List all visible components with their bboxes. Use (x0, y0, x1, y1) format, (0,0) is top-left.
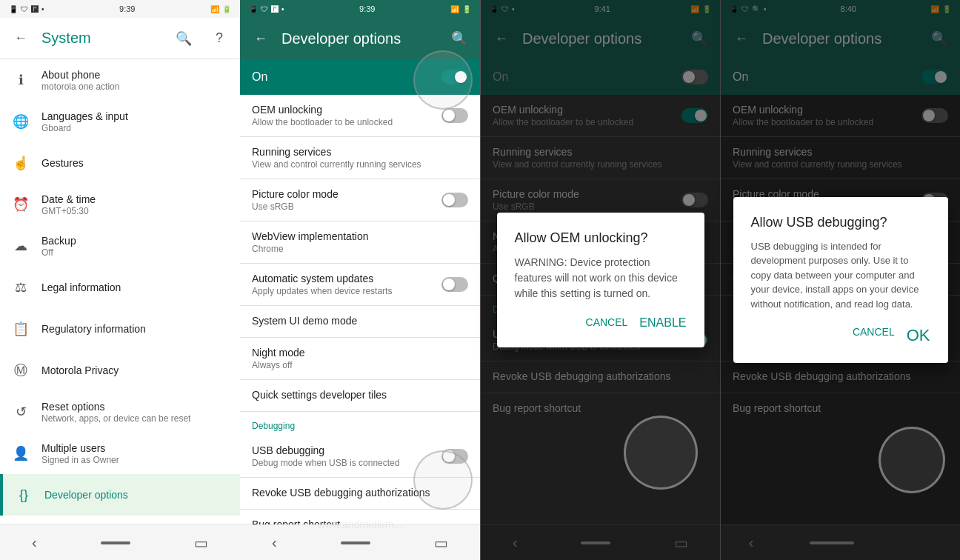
sidebar-item-users[interactable]: 👤 Multiple users Signed in as Owner (0, 433, 240, 474)
home-nav-2[interactable] (341, 541, 370, 544)
oem-dialog-actions: Cancel Enable (515, 316, 687, 330)
back-nav-2[interactable]: ‹ (272, 534, 277, 551)
bug-report-item-2[interactable]: Bug report shortcut (240, 510, 480, 524)
oem-dialog: Allow OEM unlocking? WARNING: Device pro… (497, 213, 704, 347)
dot-icon: • (41, 5, 44, 13)
info-icon: ℹ (12, 71, 30, 89)
oem-unlocking-item-2[interactable]: OEM unlocking Allow the bootloader to be… (240, 95, 480, 136)
usb-cancel-button[interactable]: Cancel (853, 326, 895, 345)
help-button-1[interactable]: ? (204, 24, 234, 53)
webview-item-2[interactable]: WebView implementation Chrome (240, 221, 480, 263)
developer-toggle-2[interactable] (441, 70, 468, 84)
sidebar-item-motorola-privacy[interactable]: Ⓜ Motorola Privacy (0, 350, 240, 391)
status-icons-left-2: 📱 🛡 🅿 • (249, 5, 284, 13)
circle-highlight-enable (624, 416, 698, 490)
recents-nav-1[interactable]: ▭ (194, 534, 208, 552)
search-button-1[interactable]: 🔍 (169, 24, 199, 53)
regulatory-icon: 📋 (12, 320, 30, 338)
oem-dialog-body: WARNING: Device protection features will… (515, 255, 687, 301)
circle-highlight-ok (879, 427, 945, 493)
backup-icon: ☁ (12, 237, 30, 255)
sidebar-item-legal[interactable]: ⚖ Legal information (0, 267, 240, 308)
bottom-nav-2: ‹ ▭ (240, 524, 480, 560)
sim-icon: 📱 (9, 5, 18, 13)
sidebar-item-developer[interactable]: {} Developer options (0, 474, 240, 516)
running-services-item-2[interactable]: Running services View and control curren… (240, 137, 480, 179)
users-icon: 👤 (12, 444, 30, 462)
parking-icon-2: 🅿 (271, 5, 279, 13)
system-ui-demo-item-2[interactable]: System UI demo mode (240, 306, 480, 337)
system-title: System (41, 30, 163, 47)
usb-ok-button[interactable]: OK (907, 326, 930, 345)
dot-icon-2: • (281, 5, 284, 13)
revoke-usb-item-2[interactable]: Revoke USB debugging authorizations (240, 478, 480, 509)
status-icons-right-1: 📶 🔋 (210, 5, 231, 13)
usb-debug-toggle-2[interactable] (441, 449, 468, 464)
clock-icon: ⏰ (12, 196, 30, 213)
status-bar-2: 📱 🛡 🅿 • 9:39 📶 🔋 (240, 0, 480, 18)
battery-icon: 🔋 (222, 5, 231, 13)
search-button-2[interactable]: 🔍 (444, 24, 474, 53)
night-mode-item-2[interactable]: Night mode Always off (240, 338, 480, 379)
gesture-icon: ☝ (12, 154, 30, 172)
about-phone-label: About phone (41, 69, 228, 81)
wifi-icon-2: 📶 (450, 5, 459, 13)
parking-icon: 🅿 (31, 5, 39, 13)
app-bar-2: ← Developer options 🔍 (240, 18, 480, 59)
reset-icon: ↺ (12, 403, 30, 421)
about-phone-sub: motorola one action (41, 81, 228, 92)
privacy-icon: Ⓜ (12, 361, 30, 379)
status-icons-left-1: 📱 🛡 🅿 • (9, 5, 44, 13)
on-label-2: On (252, 70, 267, 84)
sidebar-item-regulatory[interactable]: 📋 Regulatory information (0, 308, 240, 350)
panel-developer-dark-oem: 📱 🛡 • 9:41 📶 🔋 ← Developer options 🔍 On … (480, 0, 720, 560)
sidebar-item-backup[interactable]: ☁ Backup Off (0, 225, 240, 267)
developer-icon: {} (15, 486, 33, 504)
status-bar-1: 📱 🛡 🅿 • 9:39 📶 🔋 (0, 0, 240, 18)
oem-dialog-title: Allow OEM unlocking? (515, 230, 687, 246)
oem-dialog-overlay: Allow OEM unlocking? WARNING: Device pro… (481, 0, 720, 560)
auto-updates-toggle-2[interactable] (441, 277, 468, 292)
back-button-1[interactable]: ← (6, 24, 36, 53)
recents-nav-2[interactable]: ▭ (434, 534, 448, 552)
vpn-icon-2: 🛡 (261, 5, 268, 13)
sim-icon-2: 📱 (249, 5, 258, 13)
settings-list-2: OEM unlocking Allow the bootloader to be… (240, 95, 480, 524)
panel-developer-light: 📱 🛡 🅿 • 9:39 📶 🔋 ← Developer options 🔍 O… (240, 0, 480, 560)
time-1: 9:39 (119, 4, 135, 13)
picture-color-item-2[interactable]: Picture color mode Use sRGB (240, 179, 480, 221)
sidebar-item-about[interactable]: ℹ About phone motorola one action (0, 59, 240, 101)
legal-icon: ⚖ (12, 279, 30, 296)
developer-options-title-2: Developer options (281, 30, 439, 47)
picture-color-toggle-2[interactable] (441, 193, 468, 207)
sidebar-item-gestures[interactable]: ☝ Gestures (0, 142, 240, 184)
debugging-header-2: Debugging (240, 412, 480, 436)
sidebar-item-system-updates[interactable]: 📱 System updates Updated to Android 9 (0, 516, 240, 524)
usb-dialog-title: Allow USB debugging? (751, 215, 930, 230)
vpn-icon: 🛡 (21, 5, 28, 13)
time-2: 9:39 (359, 4, 375, 13)
home-nav-1[interactable] (101, 541, 130, 544)
usb-dialog-body: USB debugging is intended for developmen… (751, 239, 930, 312)
sidebar-item-reset[interactable]: ↺ Reset options Network, apps, or device… (0, 391, 240, 433)
sidebar-list: ℹ About phone motorola one action 🌐 Lang… (0, 59, 240, 524)
usb-dialog-overlay: Allow USB debugging? USB debugging is in… (721, 0, 960, 560)
sidebar-item-datetime[interactable]: ⏰ Date & time GMT+05:30 (0, 184, 240, 225)
back-button-2[interactable]: ← (246, 24, 276, 53)
app-bar-1: ← System 🔍 ? (0, 18, 240, 59)
oem-toggle-2[interactable] (441, 108, 468, 123)
usb-debugging-item-2[interactable]: USB debugging Debug mode when USB is con… (240, 436, 480, 477)
wifi-icon: 📶 (210, 5, 219, 13)
panel-system: 📱 🛡 🅿 • 9:39 📶 🔋 ← System 🔍 ? ℹ About ph… (0, 0, 240, 560)
back-nav-1[interactable]: ‹ (32, 534, 37, 551)
right-side: 📱 🛡 • 9:41 📶 🔋 ← Developer options 🔍 On … (480, 0, 960, 560)
battery-icon-2: 🔋 (462, 5, 471, 13)
oem-enable-button[interactable]: Enable (639, 316, 686, 330)
auto-updates-item-2[interactable]: Automatic system updates Apply updates w… (240, 264, 480, 305)
oem-cancel-button[interactable]: Cancel (586, 316, 628, 330)
qs-tiles-item-2[interactable]: Quick settings developer tiles (240, 380, 480, 411)
language-icon: 🌐 (12, 113, 30, 130)
on-header-2: On (240, 59, 480, 95)
sidebar-item-languages[interactable]: 🌐 Languages & input Gboard (0, 101, 240, 142)
usb-dialog-actions: Cancel OK (751, 326, 930, 345)
